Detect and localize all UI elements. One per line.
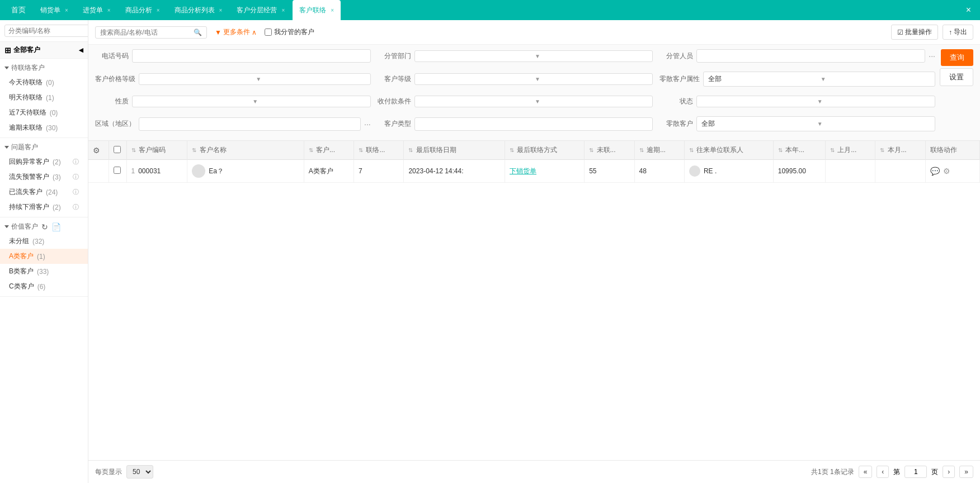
sidebar-item-declining[interactable]: 持续下滑客户 (2) ⓘ: [0, 200, 88, 215]
filter-select-price-level[interactable]: ▼: [139, 73, 371, 85]
region-more-icon[interactable]: ···: [364, 120, 371, 129]
table-row: 1 000031 Ea？: [88, 160, 980, 183]
sidebar-item-a-class[interactable]: A类客户 (1): [0, 249, 88, 264]
filter-select-status[interactable]: ▼: [696, 96, 935, 107]
search-input-wrap: 🔍: [95, 26, 207, 39]
sidebar-collapse-icon: ◀: [79, 47, 83, 53]
filter-select-dept[interactable]: ▼: [414, 50, 653, 62]
table-settings-icon[interactable]: ⚙: [93, 146, 100, 155]
nav-tab-purchaseorder[interactable]: 进货单 ×: [76, 0, 117, 20]
filter-select-nature[interactable]: ▼: [132, 96, 371, 107]
nav-tab-product-analysis[interactable]: 商品分析 ×: [119, 0, 167, 20]
refresh-icon[interactable]: ↻: [41, 222, 48, 231]
sidebar-item-today-pending[interactable]: 今天待联络 (0): [0, 75, 88, 90]
th-contact-person[interactable]: ⇅ 往来单位联系人: [684, 141, 773, 160]
th-cust-type[interactable]: ⇅ 客户...: [304, 141, 354, 160]
filter-input-phone[interactable]: [132, 49, 371, 63]
all-customers-header[interactable]: ⊞ 全部客户 ◀: [0, 42, 88, 59]
th-name[interactable]: ⇅ 客户名称: [187, 141, 304, 160]
main-search-icon[interactable]: 🔍: [194, 29, 202, 36]
person-more-icon[interactable]: ···: [929, 51, 935, 60]
sidebar-item-overdue-pending[interactable]: 逾期未联络 (30): [0, 120, 88, 135]
batch-operation-button[interactable]: ☑ 批量操作: [891, 25, 938, 40]
filter-input-region[interactable]: [139, 117, 361, 131]
sidebar-item-churned[interactable]: 已流失客户 (24) ⓘ: [0, 184, 88, 200]
row-name: Ea？: [209, 167, 224, 176]
filter-row-3: 性质 ▼ 收付款条件 ▼: [95, 96, 935, 107]
nav-tab-customer-contact[interactable]: 客户联络 ×: [293, 0, 341, 20]
more-filter-button[interactable]: ▼ 更多条件 ∧: [211, 26, 260, 39]
row-overdue-cell: 48: [634, 160, 684, 183]
sidebar-item-ungrouped[interactable]: 未分组 (32): [0, 234, 88, 249]
filter-field-payment: 收付款条件 ▼: [378, 96, 653, 107]
close-salesorder-icon[interactable]: ×: [65, 7, 68, 13]
th-this-month[interactable]: ⇅ 本月...: [875, 141, 925, 160]
value-customers-group: 价值客户 ↻ 📄 未分组 (32) A类客户 (1) B类客户 (33) C类客…: [0, 217, 88, 297]
close-purchaseorder-icon[interactable]: ×: [107, 7, 111, 13]
problem-customers-header[interactable]: 问题客户: [0, 140, 88, 154]
nav-tab-salesorder[interactable]: 销货单 ×: [34, 0, 75, 20]
row-last-contact-method[interactable]: 下销货单: [510, 167, 536, 175]
sidebar-item-repurchase-abnormal[interactable]: 回购异常客户 (2) ⓘ: [0, 154, 88, 169]
th-this-year[interactable]: ⇅ 本年...: [773, 141, 825, 160]
sidebar-search-input[interactable]: [4, 25, 88, 37]
th-last-contact-method[interactable]: ⇅ 最后联络方式: [505, 141, 585, 160]
nav-tab-customer-segment[interactable]: 客户分层经营 ×: [230, 0, 291, 20]
page-size-select[interactable]: 50: [126, 465, 153, 479]
th-code[interactable]: ⇅ 客户编码: [126, 141, 187, 160]
pending-customers-header[interactable]: 待联络客户: [0, 61, 88, 75]
filter-select-retail-cust[interactable]: 全部 ▼: [696, 116, 935, 131]
value-triangle-icon: [4, 225, 9, 228]
setting-button[interactable]: 设置: [940, 68, 973, 86]
next-page-button[interactable]: ›: [943, 466, 955, 478]
th-not-contacted[interactable]: ⇅ 未联...: [585, 141, 634, 160]
close-product-analysis-icon[interactable]: ×: [157, 7, 160, 13]
total-records-label: 共1页 1条记录: [811, 467, 854, 477]
filter-input-cust-type[interactable]: [414, 117, 653, 131]
customer-avatar: [192, 164, 205, 178]
last-page-button[interactable]: »: [959, 466, 973, 478]
filter-select-payment[interactable]: ▼: [414, 96, 653, 107]
nav-tab-product-analysis-list[interactable]: 商品分析列表 ×: [168, 0, 229, 20]
value-customers-header[interactable]: 价值客户 ↻ 📄: [0, 220, 88, 234]
filter-input-person[interactable]: [696, 49, 925, 63]
sort-last-date-icon: ⇅: [408, 147, 413, 153]
close-customer-segment-icon[interactable]: ×: [281, 7, 285, 13]
th-contact-count[interactable]: ⇅ 联络...: [354, 141, 404, 160]
first-page-button[interactable]: «: [859, 466, 873, 478]
sidebar-item-tomorrow-pending[interactable]: 明天待联络 (1): [0, 90, 88, 105]
query-button[interactable]: 查询: [941, 49, 973, 66]
page-number-input[interactable]: [904, 466, 927, 478]
problem-triangle-icon: [4, 146, 9, 149]
close-product-analysis-list-icon[interactable]: ×: [219, 7, 223, 13]
close-customer-contact-icon[interactable]: ×: [331, 7, 334, 13]
filter-row-2: 客户价格等级 ▼ 客户等级 ▼: [95, 72, 935, 87]
my-customer-checkbox[interactable]: [265, 29, 272, 36]
window-close-button[interactable]: ×: [962, 5, 976, 15]
filter-select-cust-level[interactable]: ▼: [414, 73, 653, 85]
sidebar-item-b-class[interactable]: B类客户 (33): [0, 264, 88, 279]
sidebar-item-7days-pending[interactable]: 近7天待联络 (0): [0, 105, 88, 120]
filter-select-retail-attr[interactable]: 全部 ▼: [703, 72, 935, 87]
th-overdue[interactable]: ⇅ 逾期...: [634, 141, 684, 160]
select-all-checkbox[interactable]: [114, 146, 121, 153]
th-last-month[interactable]: ⇅ 上月...: [825, 141, 875, 160]
sidebar-item-churn-warning[interactable]: 流失预警客户 (3) ⓘ: [0, 169, 88, 184]
nav-home[interactable]: 首页: [4, 5, 32, 15]
row-name-cell: Ea？: [187, 160, 304, 183]
page-size-label: 每页显示: [95, 467, 122, 477]
more-action-icon[interactable]: ⚙: [943, 167, 950, 176]
my-customer-checkbox-label[interactable]: 我分管的客户: [265, 27, 314, 37]
prev-page-button[interactable]: ‹: [877, 466, 889, 478]
contact-action-icon[interactable]: 💬: [930, 167, 940, 176]
sidebar-item-c-class[interactable]: C类客户 (6): [0, 279, 88, 294]
th-last-contact-date[interactable]: ⇅ 最后联络日期: [404, 141, 505, 160]
filter-field-region: 区域（地区） ···: [95, 117, 371, 131]
row-checkbox[interactable]: [114, 167, 121, 174]
export-button[interactable]: ↑ 导出: [943, 25, 973, 40]
main-search-input[interactable]: [100, 29, 191, 36]
filter-field-retail-cust: 零散客户 全部 ▼: [659, 116, 935, 131]
total-pages-label: 页: [931, 467, 938, 477]
add-group-icon[interactable]: 📄: [51, 222, 61, 231]
filter-label-cust-level: 客户等级: [378, 74, 411, 84]
